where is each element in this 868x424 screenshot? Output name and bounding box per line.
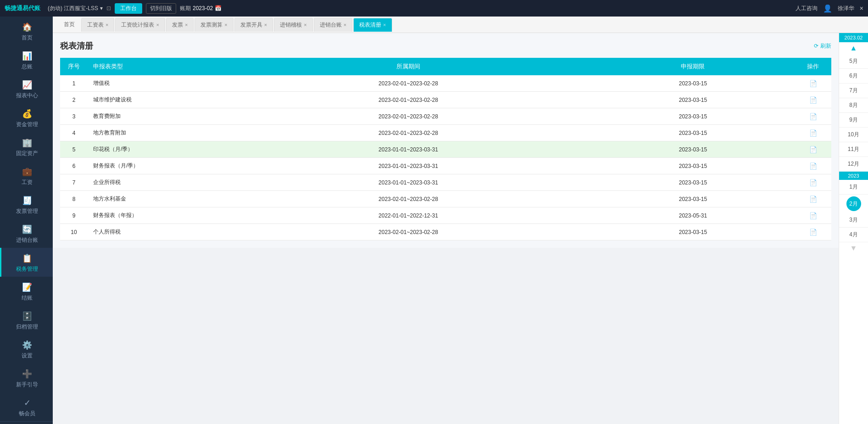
tab-salary[interactable]: 工资表 × [81, 18, 114, 32]
cell-deadline: 2023-03-15 [591, 125, 795, 141]
ledger-icon: 📊 [22, 51, 32, 61]
company-dropdown-icon[interactable]: ▾ [100, 5, 103, 11]
cell-type: 财务报表（月/季） [88, 158, 225, 174]
cell-action[interactable]: 📄 [795, 191, 831, 207]
action-icon[interactable]: 📄 [809, 179, 817, 186]
action-icon[interactable]: 📄 [809, 195, 817, 203]
tax-table: 序号 申报表类型 所属期间 申报期限 操作 1 增值税 2023-02-01~2… [60, 58, 831, 240]
date-month-6[interactable]: 6月 [839, 69, 868, 84]
tab-in-out-check[interactable]: 进销稽核 × [274, 18, 312, 32]
date-month-3[interactable]: 3月 [839, 213, 868, 228]
sidebar-label-guide: 新手引导 [16, 381, 38, 389]
sidebar-item-tax-mgmt[interactable]: 📋 税务管理 [0, 248, 53, 277]
table-row: 3 教育费附加 2023-02-01~2023-02-28 2023-03-15… [60, 108, 831, 125]
action-icon[interactable]: 📄 [809, 229, 817, 236]
sidebar-item-home[interactable]: 🏠 首页 [0, 17, 53, 45]
tab-invoice-open-close[interactable]: × [264, 22, 267, 28]
cell-seq: 3 [60, 108, 88, 125]
sidebar-item-salary[interactable]: 💼 工资 [0, 161, 53, 190]
tab-home-label: 首页 [64, 21, 75, 28]
action-icon[interactable]: 📄 [809, 162, 817, 170]
action-icon[interactable]: 📄 [809, 113, 817, 120]
sidebar-item-funds[interactable]: 💰 资金管理 [0, 103, 53, 132]
sidebar: 🏠 首页 📊 总账 📈 报表中心 💰 资金管理 🏢 固定资产 💼 工资 🧾 发票… [0, 17, 53, 424]
ai-consult-button[interactable]: 人工咨询 [796, 5, 818, 12]
cell-action[interactable]: 📄 [795, 92, 831, 108]
cell-deadline: 2023-03-15 [591, 75, 795, 92]
tab-in-out-check-close[interactable]: × [304, 22, 306, 28]
tab-invoice[interactable]: 发票 × [166, 18, 194, 32]
sidebar-item-archive[interactable]: 🗄️ 归档管理 [0, 306, 53, 335]
tab-tax-clearance[interactable]: 税表清册 × [353, 18, 392, 32]
tab-invoice-check[interactable]: 发票测算 × [195, 18, 233, 32]
action-icon[interactable]: 📄 [809, 212, 817, 219]
sidebar-item-fixed-assets[interactable]: 🏢 固定资产 [0, 132, 53, 161]
calendar-icon[interactable]: 📅 [215, 5, 222, 11]
date-month-2[interactable]: 2月 [846, 196, 861, 211]
tab-in-out-account-close[interactable]: × [344, 22, 346, 28]
tab-tax-clearance-close[interactable]: × [383, 22, 386, 28]
cell-seq: 4 [60, 125, 88, 141]
date-panel-up-button[interactable]: ▲ [850, 42, 857, 54]
workbench-button[interactable]: 工作台 [115, 3, 142, 14]
date-month-11[interactable]: 11月 [839, 142, 868, 157]
company-selector[interactable]: (勿动) 江西服宝-LSS ▾ [48, 5, 103, 12]
cancel-fixed-button[interactable]: ⬅ 取消固定 [0, 421, 53, 424]
date-month-9[interactable]: 9月 [839, 113, 868, 128]
sidebar-item-reports[interactable]: 📈 报表中心 [0, 74, 53, 103]
sidebar-item-settings[interactable]: ⚙️ 设置 [0, 335, 53, 363]
switch-old-button[interactable]: 切到旧版 [146, 3, 176, 14]
table-body: 1 增值税 2023-02-01~2023-02-28 2023-03-15 📄… [60, 75, 831, 240]
window-close-icon[interactable]: × [860, 5, 863, 12]
tab-salary-stats[interactable]: 工资统计报表 × [115, 18, 165, 32]
refresh-button[interactable]: ⟳ 刷新 [814, 42, 831, 50]
cell-action[interactable]: 📄 [795, 141, 831, 158]
col-period: 所属期间 [225, 58, 591, 75]
copy-icon: ⊡ [106, 5, 111, 11]
sidebar-label-home: 首页 [22, 34, 33, 42]
date-panel-year-label: 2023.02 [839, 33, 868, 42]
reports-icon: 📈 [22, 80, 32, 90]
cell-period: 2023-02-01~2023-02-28 [225, 108, 591, 125]
tab-home[interactable]: 首页 [58, 18, 80, 31]
tab-invoice-close[interactable]: × [185, 22, 188, 28]
sidebar-item-settlement[interactable]: 📝 结账 [0, 277, 53, 306]
action-icon[interactable]: 📄 [809, 80, 817, 87]
cell-action[interactable]: 📄 [795, 207, 831, 224]
date-panel-down-button[interactable]: ▼ [850, 242, 857, 254]
cell-deadline: 2023-03-15 [591, 141, 795, 158]
sidebar-item-vip[interactable]: ✓ 畅会员 [0, 392, 53, 421]
date-month-8[interactable]: 8月 [839, 98, 868, 113]
sidebar-item-ledger[interactable]: 📊 总账 [0, 45, 53, 74]
cell-action[interactable]: 📄 [795, 174, 831, 191]
cell-seq: 9 [60, 207, 88, 224]
sidebar-item-guide[interactable]: ➕ 新手引导 [0, 363, 53, 392]
date-month-10[interactable]: 10月 [839, 128, 868, 142]
cell-deadline: 2023-05-31 [591, 207, 795, 224]
cell-action[interactable]: 📄 [795, 158, 831, 174]
content-area: 首页 工资表 × 工资统计报表 × 发票 × 发票测算 × 发票开具 × [53, 17, 868, 424]
date-month-7[interactable]: 7月 [839, 84, 868, 98]
cell-action[interactable]: 📄 [795, 75, 831, 92]
tab-in-out-account[interactable]: 进销台账 × [314, 18, 352, 32]
date-month-4[interactable]: 4月 [839, 228, 868, 242]
main-table-area: 税表清册 ⟳ 刷新 序号 申报表类型 所属期间 申报期限 [53, 33, 839, 424]
sidebar-item-invoice-mgmt[interactable]: 🧾 发票管理 [0, 190, 53, 219]
tab-invoice-open[interactable]: 发票开具 × [234, 18, 273, 32]
date-month-1[interactable]: 1月 [839, 180, 868, 195]
tab-salary-stats-close[interactable]: × [156, 22, 159, 28]
tab-salary-close[interactable]: × [106, 22, 108, 28]
tab-invoice-check-close[interactable]: × [224, 22, 227, 28]
date-month-5[interactable]: 5月 [839, 54, 868, 69]
table-row: 4 地方教育附加 2023-02-01~2023-02-28 2023-03-1… [60, 125, 831, 141]
cell-action[interactable]: 📄 [795, 108, 831, 125]
action-icon[interactable]: 📄 [809, 96, 817, 104]
sidebar-item-in-out[interactable]: 🔄 进销台账 [0, 219, 53, 248]
action-icon[interactable]: 📄 [809, 146, 817, 153]
period-selector[interactable]: 账期 2023-02 📅 [180, 5, 222, 12]
cell-action[interactable]: 📄 [795, 125, 831, 141]
action-icon[interactable]: 📄 [809, 129, 817, 137]
home-icon: 🏠 [22, 22, 32, 32]
date-month-12[interactable]: 12月 [839, 157, 868, 172]
cell-action[interactable]: 📄 [795, 224, 831, 240]
